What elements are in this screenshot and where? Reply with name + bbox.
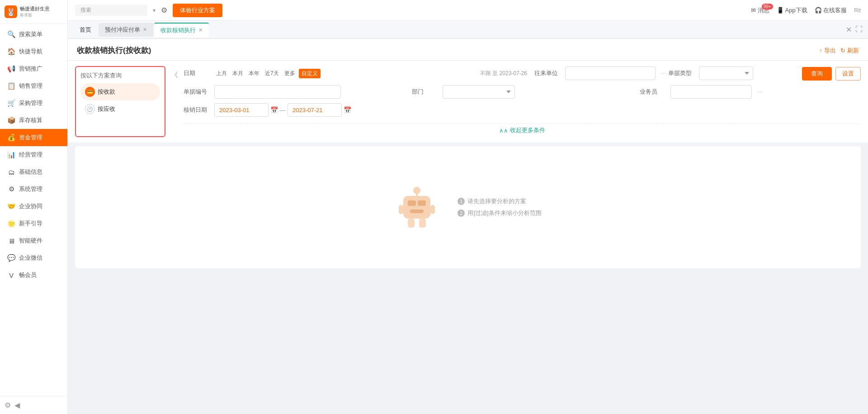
message-count: 99+: [762, 4, 773, 10]
purchase-icon: 🛒: [7, 99, 15, 107]
staff-input[interactable]: [670, 85, 752, 99]
counterpart-dots-icon[interactable]: ···: [661, 69, 667, 77]
verify-date-start-cal-icon[interactable]: 📅: [270, 106, 278, 114]
sidebar-item-purchase[interactable]: 🛒采购管理: [0, 95, 67, 112]
staff-field: 业务员 ···: [640, 85, 861, 99]
verify-date-field: 核销日期 📅 — 📅: [184, 103, 861, 117]
filter-row-1: 日期 上月 本月 本年 近7天 更多 自定义 不限 至 2023-07-26 往…: [184, 66, 861, 81]
date-field: 日期 上月 本月 本年 近7天 更多 自定义: [184, 69, 473, 78]
settings-icon[interactable]: ⚙: [5, 401, 11, 409]
tab-prepay-close[interactable]: ✕: [143, 27, 147, 33]
sidebar-item-operations[interactable]: 📊经营管理: [0, 146, 67, 163]
logo-area: 🐰 畅捷通好生意 标准版: [0, 0, 67, 24]
filter-scheme-panel: 按以下方案查询 💳 按收款 🕐 按应收: [75, 66, 165, 137]
filter-option-by-receipt[interactable]: 💳 按收款: [80, 83, 160, 100]
counterpart-input[interactable]: [565, 67, 656, 80]
shortcut-7days[interactable]: 近7天: [263, 69, 281, 78]
sidebar-item-basic[interactable]: 🗂基础信息: [0, 163, 67, 181]
sidebar-item-system[interactable]: ⚙系统管理: [0, 181, 67, 198]
topbar-right: ✉ 消息 99+ 📱 App下载 🎧 在线客服 Rit: [751, 6, 861, 14]
tab-expand-icon[interactable]: ⛶: [855, 25, 863, 34]
guide-icon: 🌟: [7, 219, 15, 228]
sidebar-item-quicknav[interactable]: 🏠快捷导航: [0, 43, 67, 60]
sidebar-item-member[interactable]: V畅会员: [0, 266, 67, 284]
export-icon: ↑: [820, 47, 823, 54]
voucher-no-label: 单据编号: [184, 88, 211, 96]
sidebar-item-sales[interactable]: 📋销售管理: [0, 77, 67, 95]
logo-badge: 标准版: [20, 12, 50, 18]
verify-date-end-cal-icon[interactable]: 📅: [344, 106, 351, 114]
counterpart-field: 往来单位 ···: [534, 67, 661, 80]
shortcut-this-month[interactable]: 本月: [231, 69, 245, 78]
online-service[interactable]: 🎧 在线客服: [815, 6, 847, 14]
verify-date-end-input[interactable]: [288, 103, 342, 117]
step-2-badge: 2: [458, 209, 465, 217]
verify-date-start-input[interactable]: [214, 103, 269, 117]
tab-home[interactable]: 首页: [73, 23, 98, 37]
voucher-type-field: 单据类型: [668, 67, 795, 80]
weixin-icon: 💬: [7, 254, 15, 262]
empty-hint-2: 2 用[过滤]条件来缩小分析范围: [458, 209, 541, 217]
collapse-chevron-icon: ∧∧: [499, 127, 508, 134]
settings-btn[interactable]: 设置: [835, 67, 861, 81]
topbar-search[interactable]: 搜索: [75, 5, 147, 16]
dept-select[interactable]: [443, 85, 515, 99]
filter-form: 日期 上月 本月 本年 近7天 更多 自定义 不限 至 2023-07-26 往…: [184, 66, 861, 137]
query-btn[interactable]: 查询: [802, 67, 832, 81]
export-btn[interactable]: ↑ 导出: [820, 47, 836, 55]
tab-prepay[interactable]: 预付冲应付单 ✕: [99, 23, 153, 37]
page-header: 收款核销执行(按收款) ↑ 导出 ↻ 刷新: [68, 39, 868, 61]
sidebar-item-guide[interactable]: 🌟新手引导: [0, 215, 67, 232]
search-placeholder: 搜索: [80, 6, 91, 14]
sidebar-item-search[interactable]: 🔍搜索菜单: [0, 26, 67, 43]
sidebar-menu: 🔍搜索菜单🏠快捷导航📢营销推广📋销售管理🛒采购管理📦库存核算💰资金管理📊经营管理…: [0, 24, 67, 396]
receivable-icon: 🕐: [85, 104, 95, 114]
industry-btn[interactable]: 体验行业方案: [173, 4, 222, 17]
logo-icon: 🐰: [5, 5, 17, 18]
sidebar-item-hardware[interactable]: 🖥智能硬件: [0, 232, 67, 249]
shortcut-last-month[interactable]: 上月: [214, 69, 229, 78]
user-name[interactable]: Rit: [854, 7, 861, 14]
marketing-icon: 📢: [7, 65, 15, 73]
sidebar-item-weixin[interactable]: 💬企业微信: [0, 249, 67, 266]
shortcut-more[interactable]: 更多: [283, 69, 297, 78]
refresh-btn[interactable]: ↻ 刷新: [840, 47, 859, 55]
shortcut-custom[interactable]: 自定义: [299, 69, 321, 78]
staff-dots-icon[interactable]: ···: [757, 88, 763, 96]
app-download[interactable]: 📱 App下载: [777, 6, 807, 14]
scheme-collapse-icon[interactable]: 《: [171, 71, 178, 80]
member-icon: V: [7, 271, 15, 279]
voucher-type-label: 单据类型: [668, 69, 695, 77]
voucher-type-select[interactable]: [699, 67, 753, 80]
topbar-chevron-icon[interactable]: ▾: [153, 7, 156, 14]
sidebar-item-inventory[interactable]: 📦库存核算: [0, 112, 67, 129]
filter-row-2: 单据编号 部门 业务员 ···: [184, 85, 861, 99]
voucher-no-input[interactable]: [214, 85, 341, 99]
inventory-icon: 📦: [7, 116, 15, 124]
svg-rect-4: [399, 205, 403, 214]
sidebar-item-collab[interactable]: 🤝企业协同: [0, 198, 67, 215]
filter-scheme-title: 按以下方案查询: [80, 71, 160, 80]
hardware-icon: 🖥: [7, 237, 15, 245]
message-area[interactable]: ✉ 消息 99+: [751, 6, 769, 14]
tab-receipts[interactable]: 收款核销执行 ✕: [154, 23, 209, 37]
verify-date-label: 核销日期: [184, 106, 211, 114]
tab-close-all-icon[interactable]: ✕: [846, 25, 852, 34]
collapse-sidebar-icon[interactable]: ◀: [14, 401, 20, 409]
operations-icon: 📊: [7, 151, 15, 159]
counterpart-label: 往来单位: [534, 69, 561, 77]
refresh-icon: ↻: [840, 47, 845, 54]
shortcut-this-year[interactable]: 本年: [247, 69, 261, 78]
date-label: 日期: [184, 69, 211, 77]
filter-actions: 查询 设置: [802, 67, 861, 81]
svg-rect-0: [403, 196, 430, 219]
collapse-more-btn[interactable]: ∧∧ 收起更多条件: [184, 123, 861, 137]
tab-receipts-close[interactable]: ✕: [198, 27, 203, 33]
filter-option-by-receivable[interactable]: 🕐 按应收: [80, 100, 160, 118]
staff-label: 业务员: [640, 88, 667, 96]
sidebar-item-marketing[interactable]: 📢营销推广: [0, 60, 67, 77]
sidebar-item-finance[interactable]: 💰资金管理: [0, 129, 67, 146]
date-range-hint: 不限 至 2023-07-26: [480, 70, 527, 77]
svg-rect-7: [419, 219, 426, 228]
topbar-gear-icon[interactable]: ⚙: [161, 6, 167, 14]
